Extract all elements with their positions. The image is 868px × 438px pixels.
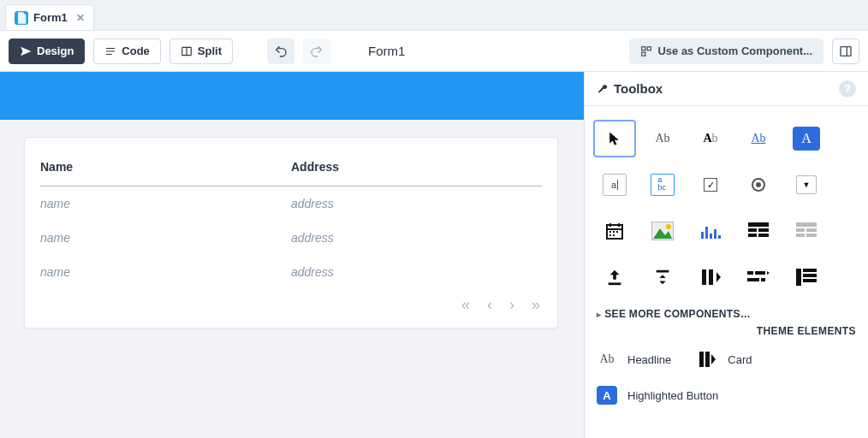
cell-name: name xyxy=(40,255,291,289)
svg-rect-43 xyxy=(796,269,801,286)
design-label: Design xyxy=(37,44,74,57)
table-row[interactable]: name address xyxy=(40,186,542,222)
tool-image[interactable] xyxy=(641,212,684,250)
theme-item-highlighted-button[interactable]: A Highlighted Button xyxy=(595,383,718,407)
layout-toggle-button[interactable] xyxy=(832,38,859,64)
cell-name: name xyxy=(40,221,291,255)
svg-rect-46 xyxy=(803,279,817,282)
split-button[interactable]: Split xyxy=(169,38,233,64)
cell-address: address xyxy=(291,186,542,222)
svg-rect-38 xyxy=(709,269,713,285)
svg-rect-48 xyxy=(705,352,710,367)
code-label: Code xyxy=(122,44,150,57)
close-icon[interactable]: ✕ xyxy=(76,12,85,24)
design-canvas: Name Address name address name add xyxy=(0,72,584,438)
tool-repeating-panel[interactable] xyxy=(785,212,828,250)
see-more-components[interactable]: SEE MORE COMPONENTS… xyxy=(585,303,868,325)
pager-first-icon[interactable]: « xyxy=(461,296,470,314)
highlighted-button-icon: A xyxy=(595,383,619,407)
svg-rect-30 xyxy=(796,228,805,232)
image-icon xyxy=(651,222,674,240)
tab-form1[interactable]: Form1 ✕ xyxy=(5,4,94,30)
design-button[interactable]: Design xyxy=(9,38,85,64)
theme-card-label: Card xyxy=(728,353,752,366)
toolbox-grid: Ab Ab Ab A a a bc ✓ ▼ xyxy=(585,106,868,303)
custom-component-label: Use as Custom Component... xyxy=(657,44,812,57)
theme-item-headline[interactable]: Ab Headline xyxy=(595,347,671,371)
tab-title: Form1 xyxy=(33,11,68,24)
tool-flow-panel[interactable] xyxy=(737,258,780,296)
xy-icon xyxy=(796,269,817,286)
undo-icon xyxy=(274,44,288,58)
tool-spacer[interactable] xyxy=(641,258,684,296)
tool-link[interactable]: Ab xyxy=(737,120,780,157)
svg-rect-3 xyxy=(648,46,651,50)
bar-chart-icon xyxy=(699,222,722,240)
svg-rect-37 xyxy=(702,269,706,285)
pointer-icon xyxy=(606,128,623,149)
canvas-header-banner[interactable] xyxy=(0,72,584,120)
help-icon[interactable]: ? xyxy=(839,80,856,98)
svg-rect-21 xyxy=(710,234,712,239)
tool-data-grid[interactable] xyxy=(737,212,780,250)
svg-rect-39 xyxy=(747,271,753,275)
svg-rect-29 xyxy=(796,222,817,227)
svg-rect-33 xyxy=(806,234,817,237)
tool-datepicker[interactable] xyxy=(593,212,636,250)
col-header-address[interactable]: Address xyxy=(291,151,542,186)
svg-rect-11 xyxy=(609,231,611,233)
tool-xy-panel[interactable] xyxy=(785,258,828,296)
body: Name Address name address name add xyxy=(0,72,868,438)
theme-item-card[interactable]: Card xyxy=(695,347,752,371)
svg-rect-35 xyxy=(657,270,669,273)
redo-icon xyxy=(310,44,324,58)
tool-textarea[interactable]: a bc xyxy=(641,166,684,204)
calendar-icon xyxy=(604,221,625,241)
tool-dropdown[interactable]: ▼ xyxy=(785,166,828,204)
svg-rect-2 xyxy=(642,46,645,50)
tool-file-loader[interactable] xyxy=(593,258,636,296)
use-as-custom-component-button[interactable]: Use as Custom Component... xyxy=(629,38,823,64)
tool-button[interactable]: A xyxy=(785,120,828,157)
theme-elements-list: Ab Headline Card A Highlighted Button xyxy=(585,344,868,411)
split-icon xyxy=(181,45,193,57)
grid-dark-icon xyxy=(748,222,769,240)
tool-checkbox[interactable]: ✓ xyxy=(689,166,732,204)
tool-pointer[interactable] xyxy=(593,120,636,157)
cell-name: name xyxy=(40,186,291,222)
toolbox-title: Toolbox xyxy=(614,81,663,96)
tool-column-panel[interactable] xyxy=(689,258,732,296)
tool-label[interactable]: Ab xyxy=(641,120,684,157)
pager-next-icon[interactable]: › xyxy=(509,296,514,314)
tool-textbox[interactable]: a xyxy=(593,166,636,204)
upload-icon xyxy=(605,268,624,287)
svg-rect-31 xyxy=(806,228,817,232)
svg-rect-44 xyxy=(803,269,817,272)
flow-icon xyxy=(747,269,770,285)
component-icon xyxy=(640,45,652,57)
svg-rect-32 xyxy=(796,234,805,237)
undo-button[interactable] xyxy=(267,38,294,64)
table-row[interactable]: name address xyxy=(40,221,542,255)
code-button[interactable]: Code xyxy=(93,38,161,64)
data-grid-card[interactable]: Name Address name address name add xyxy=(24,137,558,328)
cell-address: address xyxy=(291,255,542,289)
v-spacer-icon xyxy=(653,268,672,287)
svg-rect-24 xyxy=(748,222,769,227)
data-table: Name Address name address name add xyxy=(40,151,542,289)
pager: « ‹ › » xyxy=(25,289,557,328)
pager-prev-icon[interactable]: ‹ xyxy=(487,296,492,314)
svg-rect-19 xyxy=(701,232,704,239)
tool-plot[interactable] xyxy=(689,212,732,250)
table-row[interactable]: name address xyxy=(40,255,542,289)
svg-rect-23 xyxy=(718,235,721,239)
toolbar: Design Code Split Form1 Use as Custom Co… xyxy=(0,31,868,72)
col-header-name[interactable]: Name xyxy=(40,151,291,186)
tool-rich-text[interactable]: Ab xyxy=(689,120,732,157)
svg-rect-14 xyxy=(609,234,611,236)
svg-rect-40 xyxy=(755,271,765,275)
svg-rect-22 xyxy=(714,229,716,239)
page-title: Form1 xyxy=(368,44,405,58)
tool-radio[interactable] xyxy=(737,166,780,204)
pager-last-icon[interactable]: » xyxy=(532,296,540,314)
